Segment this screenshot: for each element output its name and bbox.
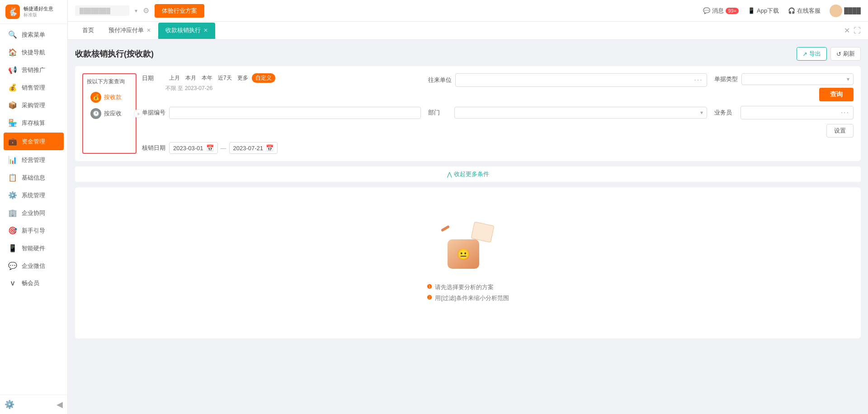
purchase-icon: 📦 xyxy=(8,101,17,109)
collapse-filter-icon[interactable]: » xyxy=(134,109,143,118)
guide-icon: 🎯 xyxy=(8,226,17,235)
tab-fullscreen-icon[interactable]: ⛶ xyxy=(854,27,861,35)
voucher-type-select[interactable]: ▾ xyxy=(741,73,854,85)
filter-option-receipt-label: 按收款 xyxy=(104,93,122,101)
company-selector[interactable]: ████████ xyxy=(75,5,129,16)
refresh-button[interactable]: ↺ 刷新 xyxy=(830,47,861,61)
tab-receivable-close-icon[interactable]: ✕ xyxy=(203,27,208,33)
date-separator: — xyxy=(221,145,226,152)
sidebar-item-system[interactable]: ⚙️ 系统管理 xyxy=(0,186,67,204)
sidebar-item-label: 快捷导航 xyxy=(22,48,45,57)
sidebar-item-guide[interactable]: 🎯 新手引导 xyxy=(0,222,67,239)
setting-button[interactable]: 设置 xyxy=(826,124,854,138)
date-last-month[interactable]: 上月 xyxy=(167,73,182,83)
tab-close-all-icon[interactable]: ✕ xyxy=(844,26,850,35)
action-column: 单据类型 ▾ 查询 xyxy=(714,73,854,101)
user-menu[interactable]: ████ xyxy=(830,5,861,17)
empty-hint-2: ❷ 用[过滤]条件来缩小分析范围 xyxy=(427,294,509,302)
sidebar-item-wechat[interactable]: 💬 企业微信 xyxy=(0,257,67,275)
partner-dots-icon: ··· xyxy=(694,76,703,84)
sidebar-item-label: 畅会员 xyxy=(22,279,39,287)
message-button[interactable]: 💬 消息 99+ xyxy=(703,7,739,15)
sidebar-item-enterprise[interactable]: 🏢 企业协同 xyxy=(0,204,67,222)
voucher-type-arrow-icon: ▾ xyxy=(847,76,849,82)
verify-date-start-value: 2023-03-01 xyxy=(173,145,203,152)
date-this-month[interactable]: 本月 xyxy=(184,73,198,83)
page-title: 收款核销执行(按收款) xyxy=(75,48,154,59)
tab-receivable-label: 收款核销执行 xyxy=(165,26,201,34)
sidebar-item-basic[interactable]: 📋 基础信息 xyxy=(0,169,67,186)
tab-bar: 首页 预付冲应付单 ✕ 收款核销执行 ✕ ✕ ⛶ xyxy=(68,22,868,40)
topbar-left: ████████ ▾ ⚙ 体验行业方案 xyxy=(75,4,204,18)
marketing-icon: 📢 xyxy=(8,66,17,74)
voucher-no-filter-row: 单据编号 xyxy=(142,107,421,119)
date-this-year[interactable]: 本年 xyxy=(200,73,214,83)
date-custom[interactable]: 自定义 xyxy=(252,73,275,83)
industry-solution-button[interactable]: 体验行业方案 xyxy=(155,4,204,18)
online-service-button[interactable]: 🎧 在线客服 xyxy=(788,7,821,15)
sidebar-item-marketing[interactable]: 📢 营销推广 xyxy=(0,61,67,79)
sidebar-item-purchase[interactable]: 📦 采购管理 xyxy=(0,96,67,114)
empty-illustration: 😐 xyxy=(441,224,495,278)
home-icon: 🏠 xyxy=(8,48,17,57)
export-button[interactable]: ↗ 导出 xyxy=(797,47,827,61)
verify-date-start-input[interactable]: 2023-03-01 📅 xyxy=(169,142,218,154)
date-last-7-days[interactable]: 近7天 xyxy=(216,73,234,83)
sidebar-item-label: 搜索菜单 xyxy=(22,31,45,39)
date-range-display: 不限 至 2023-07-26 xyxy=(165,85,212,91)
message-badge: 99+ xyxy=(726,8,739,14)
sidebar-item-hardware[interactable]: 📱 智能硬件 xyxy=(0,239,67,257)
app-download-icon: 📱 xyxy=(748,7,755,14)
service-icon: 🎧 xyxy=(788,7,795,14)
settings-gear-icon[interactable]: ⚙ xyxy=(143,6,149,15)
empty-hint-1-text: 请先选择要分析的方案 xyxy=(435,283,494,291)
page-content: 收款核销执行(按收款) ↗ 导出 ↺ 刷新 按以下方案查询 💰 按收款 xyxy=(68,40,868,414)
filter-panel: 按以下方案查询 💰 按收款 🕐 按应收 » 日期 xyxy=(75,66,861,161)
sidebar-item-label: 销售管理 xyxy=(22,84,45,92)
collapse-sidebar-icon[interactable]: ◀ xyxy=(57,400,63,409)
username-display: ████ xyxy=(844,7,861,14)
sidebar-item-quicknav[interactable]: 🏠 快捷导航 xyxy=(0,43,67,61)
verify-date-end-input[interactable]: 2023-07-21 📅 xyxy=(229,142,278,154)
tab-receivable[interactable]: 收款核销执行 ✕ xyxy=(158,23,215,39)
tab-home-label: 首页 xyxy=(82,26,94,34)
sidebar-item-member[interactable]: V 畅会员 xyxy=(0,275,67,292)
tab-home[interactable]: 首页 xyxy=(75,23,101,39)
sidebar-item-label: 企业协同 xyxy=(22,209,45,217)
sidebar-item-sales[interactable]: 💰 销售管理 xyxy=(0,79,67,96)
sidebar-item-inventory[interactable]: 🏪 库存核算 xyxy=(0,114,67,132)
sidebar-item-finance[interactable]: 💼 资金管理 xyxy=(4,133,64,150)
empty-hint-1: ❶ 请先选择要分析的方案 xyxy=(427,283,494,291)
sidebar-item-label: 企业微信 xyxy=(22,262,45,270)
sidebar-item-operation[interactable]: 📊 经营管理 xyxy=(0,151,67,169)
collapse-more-conditions[interactable]: ⋀ 收起更多条件 xyxy=(75,167,861,182)
company-dropdown-icon[interactable]: ▾ xyxy=(135,8,137,14)
settings-footer-icon[interactable]: ⚙️ xyxy=(5,400,14,409)
inventory-icon: 🏪 xyxy=(8,119,17,127)
query-button[interactable]: 查询 xyxy=(819,88,854,101)
sidebar-item-label: 营销推广 xyxy=(22,66,45,74)
page-header: 收款核销执行(按收款) ↗ 导出 ↺ 刷新 xyxy=(75,47,861,61)
partner-label: 往来单位 xyxy=(428,76,452,84)
app-download-button[interactable]: 📱 App下载 xyxy=(748,7,779,15)
tab-prepay[interactable]: 预付冲应付单 ✕ xyxy=(101,23,158,39)
finance-icon: 💼 xyxy=(8,137,17,146)
date-label: 日期 xyxy=(142,74,165,82)
staff-dots-icon: ··· xyxy=(841,109,849,117)
filter-option-receivable-label: 按应收 xyxy=(104,109,122,118)
staff-select[interactable]: ··· xyxy=(741,106,854,119)
tab-prepay-close-icon[interactable]: ✕ xyxy=(146,27,151,33)
avatar xyxy=(830,5,842,17)
partner-select[interactable]: ··· xyxy=(455,73,707,87)
dept-arrow-icon: ▾ xyxy=(700,109,703,116)
voucher-no-input[interactable] xyxy=(169,107,421,119)
dept-select[interactable]: ▾ xyxy=(454,107,707,119)
refresh-icon: ↺ xyxy=(836,51,841,57)
collapse-more-label: 收起更多条件 xyxy=(454,170,489,178)
sidebar-item-label: 新手引导 xyxy=(22,227,45,235)
sidebar-item-search[interactable]: 🔍 搜索菜单 xyxy=(0,26,67,43)
sidebar-item-label: 资金管理 xyxy=(22,138,45,146)
date-more[interactable]: 更多 xyxy=(236,73,250,83)
filter-option-by-receipt[interactable]: 💰 按收款 xyxy=(87,89,132,105)
filter-option-by-receivable[interactable]: 🕐 按应收 xyxy=(87,105,132,122)
